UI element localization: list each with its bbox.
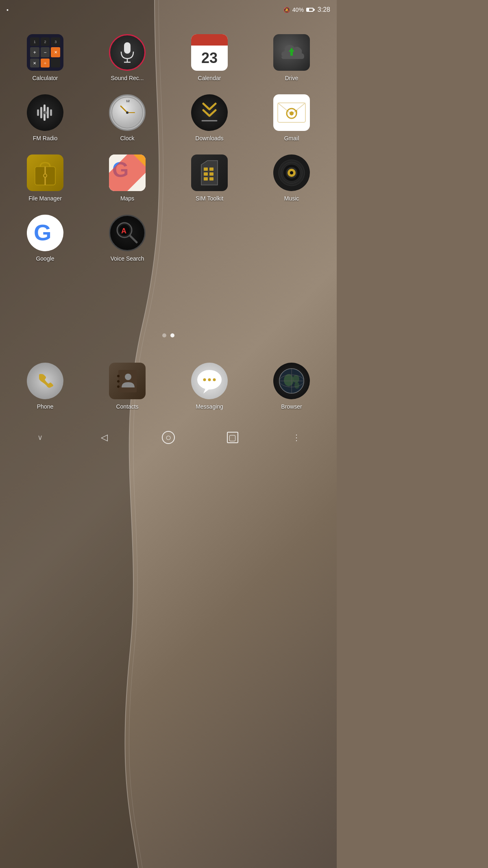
svg-point-18 xyxy=(290,111,294,115)
svg-point-52 xyxy=(125,374,131,380)
svg-rect-33 xyxy=(204,177,208,181)
app-item-voice-search[interactable]: A Voice Search xyxy=(86,208,168,268)
status-left-icons: ▪ xyxy=(7,7,9,13)
app-item-downloads[interactable]: Downloads xyxy=(168,88,251,148)
dock-item-contacts[interactable]: Contacts xyxy=(86,356,168,416)
nav-home-button[interactable]: ○ xyxy=(158,427,179,448)
svg-point-50 xyxy=(117,380,120,383)
clock-svg: 12 xyxy=(111,96,144,129)
phone-label: Phone xyxy=(37,403,53,410)
svg-rect-34 xyxy=(209,177,214,181)
down-icon: ∨ xyxy=(37,433,43,442)
file-manager-label: File Manager xyxy=(28,195,62,202)
downloads-svg xyxy=(197,100,222,125)
sim-toolkit-svg xyxy=(197,159,222,187)
nav-menu-button[interactable]: ⋮ xyxy=(286,427,307,448)
calendar-date: 23 xyxy=(201,46,218,71)
page-dot-1[interactable] xyxy=(162,333,166,337)
gmail-icon xyxy=(273,94,310,131)
battery-percent: 40% xyxy=(292,7,304,13)
messaging-icon xyxy=(191,363,228,399)
dock-item-phone[interactable]: Phone xyxy=(4,356,86,416)
maps-icon: G xyxy=(109,154,146,191)
svg-rect-0 xyxy=(124,42,131,54)
notification-mute-icon: 🔕 xyxy=(283,7,290,13)
sound-rec-icon-bg xyxy=(109,34,146,71)
app-item-fm-radio[interactable]: FM Radio xyxy=(4,88,86,148)
contacts-svg xyxy=(115,368,139,394)
svg-point-9 xyxy=(44,111,47,114)
phone-svg xyxy=(34,370,57,392)
contacts-label: Contacts xyxy=(116,403,138,410)
microphone-svg xyxy=(117,40,137,65)
back-icon: ◁ xyxy=(101,432,108,443)
svg-point-57 xyxy=(213,378,216,381)
app-item-calendar[interactable]: 23 Calendar xyxy=(168,28,251,88)
time-display: 3:28 xyxy=(318,6,330,13)
svg-text:A: A xyxy=(121,227,126,235)
drive-svg xyxy=(277,40,306,65)
drive-icon xyxy=(273,34,310,71)
messaging-label: Messaging xyxy=(196,403,223,410)
battery-icon xyxy=(306,8,314,12)
app-item-maps[interactable]: G Maps xyxy=(86,148,168,208)
app-item-calculator[interactable]: 1 2 3 + − ✕ ✕ ÷ Calculator xyxy=(4,28,86,88)
screen-icon: ▪ xyxy=(7,7,9,13)
drive-label: Drive xyxy=(285,75,298,81)
app-item-sim-toolkit[interactable]: SIM Toolkit xyxy=(168,148,251,208)
svg-rect-29 xyxy=(204,168,208,171)
app-item-clock[interactable]: 12 Clock xyxy=(86,88,168,148)
dock-item-messaging[interactable]: Messaging xyxy=(168,356,251,416)
music-svg xyxy=(274,156,309,190)
svg-point-56 xyxy=(208,378,211,381)
voice-search-icon: A xyxy=(109,215,146,251)
music-icon xyxy=(273,154,310,191)
svg-rect-48 xyxy=(118,370,137,392)
app-item-google[interactable]: G Google xyxy=(4,208,86,268)
svg-rect-31 xyxy=(204,172,208,176)
fm-radio-label: FM Radio xyxy=(33,135,58,141)
voice-search-svg: A xyxy=(113,219,142,247)
app-item-gmail[interactable]: Gmail xyxy=(251,88,333,148)
nav-recents-button[interactable]: ▢ xyxy=(222,427,243,448)
app-item-music[interactable]: Music xyxy=(251,148,333,208)
music-label: Music xyxy=(284,195,299,202)
svg-point-14 xyxy=(126,111,129,114)
app-item-sound-recorder[interactable]: Sound Rec... xyxy=(86,28,168,88)
svg-line-47 xyxy=(130,236,137,242)
voice-search-label: Voice Search xyxy=(111,255,144,262)
svg-rect-5 xyxy=(40,107,42,118)
sim-toolkit-label: SIM Toolkit xyxy=(196,195,223,202)
dock-item-browser[interactable]: Browser xyxy=(251,356,333,416)
svg-rect-32 xyxy=(209,172,214,176)
fm-radio-icon xyxy=(27,94,63,131)
dock: Phone Contacts xyxy=(0,350,337,423)
page-dot-2[interactable] xyxy=(170,333,174,337)
sound-rec-label: Sound Rec... xyxy=(111,75,144,81)
home-icon: ○ xyxy=(162,431,175,444)
svg-marker-54 xyxy=(203,388,210,394)
gmail-label: Gmail xyxy=(284,135,299,141)
page-indicators xyxy=(0,325,337,346)
gmail-svg xyxy=(276,101,307,124)
sim-toolkit-icon xyxy=(191,154,228,191)
app-item-file-manager[interactable]: File Manager xyxy=(4,148,86,208)
svg-rect-7 xyxy=(47,107,49,118)
svg-point-55 xyxy=(203,378,206,381)
calendar-header xyxy=(191,34,228,46)
browser-svg xyxy=(277,366,307,396)
browser-icon xyxy=(273,363,310,399)
app-grid: 1 2 3 + − ✕ ✕ ÷ Calculator Sound Rec... xyxy=(0,20,337,276)
file-manager-svg xyxy=(33,159,57,187)
app-item-drive[interactable]: Drive xyxy=(251,28,333,88)
nav-back-button[interactable]: ◁ xyxy=(94,427,114,448)
svg-point-62 xyxy=(294,382,299,389)
google-label: Google xyxy=(36,255,54,262)
status-right-icons: 🔕 40% 3:28 xyxy=(283,6,330,13)
messaging-svg xyxy=(194,366,225,396)
maps-svg: G xyxy=(109,154,146,191)
svg-rect-8 xyxy=(50,109,52,116)
downloads-label: Downloads xyxy=(195,135,223,141)
nav-down-button[interactable]: ∨ xyxy=(30,427,50,448)
menu-icon: ⋮ xyxy=(292,433,301,442)
